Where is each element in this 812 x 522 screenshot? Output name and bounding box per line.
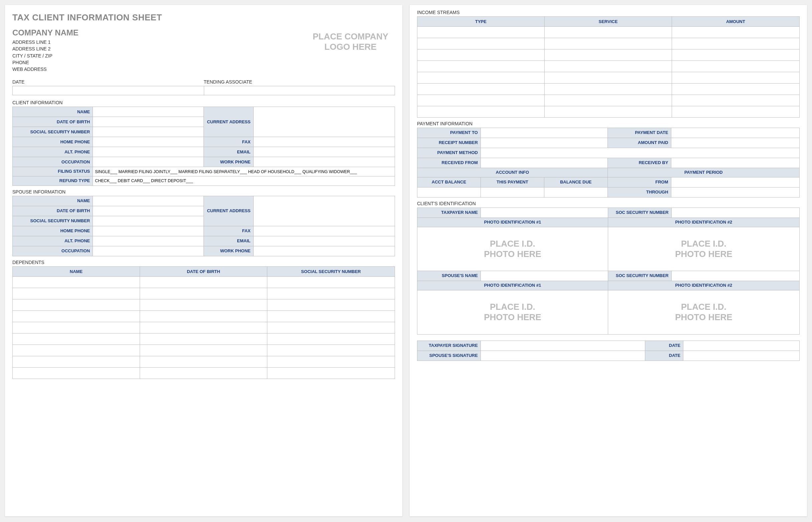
field-received-by[interactable] (671, 158, 799, 168)
field-acct-balance[interactable] (418, 187, 481, 197)
list-item[interactable] (267, 356, 394, 368)
list-item[interactable] (140, 356, 267, 368)
spouse-photo2-placeholder[interactable]: PLACE I.D. PHOTO HERE (608, 290, 799, 334)
field-this-payment[interactable] (481, 187, 544, 197)
list-item[interactable] (672, 95, 799, 106)
list-item[interactable] (418, 38, 545, 49)
list-item[interactable] (140, 277, 267, 288)
list-item[interactable] (13, 334, 140, 345)
field-spouse-name[interactable] (93, 196, 204, 206)
associate-input[interactable] (204, 86, 395, 95)
field-payment-date[interactable] (671, 128, 799, 138)
list-item[interactable] (672, 61, 799, 72)
field-spouse-work-phone[interactable] (253, 246, 394, 256)
list-item[interactable] (418, 49, 545, 61)
table-row (13, 356, 395, 368)
field-taxpayer-ssn[interactable] (671, 207, 799, 218)
list-item[interactable] (672, 49, 799, 61)
list-item[interactable] (13, 311, 140, 322)
list-item[interactable] (544, 106, 672, 118)
list-item[interactable] (13, 356, 140, 368)
field-work-phone[interactable] (253, 157, 394, 167)
field-payment-to[interactable] (481, 128, 608, 138)
field-spouse-ssn[interactable] (93, 216, 204, 226)
field-through[interactable] (671, 187, 799, 197)
list-item[interactable] (267, 322, 394, 334)
list-item[interactable] (267, 345, 394, 356)
list-item[interactable] (267, 334, 394, 345)
list-item[interactable] (13, 368, 140, 379)
list-item[interactable] (672, 38, 799, 49)
list-item[interactable] (140, 311, 267, 322)
field-occupation[interactable] (93, 157, 204, 167)
list-item[interactable] (544, 61, 672, 72)
field-alt-phone[interactable] (93, 147, 204, 157)
list-item[interactable] (267, 368, 394, 379)
list-item[interactable] (672, 27, 799, 38)
field-spouse-address[interactable] (253, 196, 394, 226)
field-received-from[interactable] (481, 158, 608, 168)
list-item[interactable] (267, 299, 394, 311)
field-spouse-home-phone[interactable] (93, 226, 204, 236)
list-item[interactable] (672, 83, 799, 95)
field-amount-paid[interactable] (671, 138, 799, 148)
list-item[interactable] (13, 299, 140, 311)
list-item[interactable] (418, 61, 545, 72)
list-item[interactable] (544, 83, 672, 95)
field-filing-status[interactable]: SINGLE___ MARRIED FILING JOINTLY___ MARR… (93, 167, 395, 177)
list-item[interactable] (140, 299, 267, 311)
field-taxpayer-sign-date[interactable] (683, 341, 800, 350)
field-spouse-occupation[interactable] (93, 246, 204, 256)
field-refund-type[interactable]: CHECK___ DEBIT CARD___ DIRECT DEPOSIT___ (93, 177, 395, 186)
list-item[interactable] (267, 277, 394, 288)
date-input[interactable] (12, 86, 204, 95)
list-item[interactable] (13, 345, 140, 356)
list-item[interactable] (418, 83, 545, 95)
list-item[interactable] (140, 368, 267, 379)
list-item[interactable] (267, 311, 394, 322)
field-balance-due[interactable] (544, 187, 608, 197)
taxpayer-photo1-placeholder[interactable]: PLACE I.D. PHOTO HERE (418, 227, 608, 271)
field-spouse-sign-date[interactable] (683, 350, 800, 361)
field-payment-method[interactable] (481, 148, 799, 158)
field-current-address[interactable] (253, 107, 394, 137)
field-name[interactable] (93, 107, 204, 117)
list-item[interactable] (140, 345, 267, 356)
list-item[interactable] (140, 288, 267, 299)
field-id-spouse-name[interactable] (481, 271, 608, 281)
field-receipt-no[interactable] (481, 138, 608, 148)
list-item[interactable] (140, 322, 267, 334)
list-item[interactable] (418, 27, 545, 38)
list-item[interactable] (672, 106, 799, 118)
list-item[interactable] (544, 95, 672, 106)
list-item[interactable] (544, 27, 672, 38)
list-item[interactable] (544, 72, 672, 83)
field-from[interactable] (671, 177, 799, 187)
spouse-photo1-placeholder[interactable]: PLACE I.D. PHOTO HERE (418, 290, 608, 334)
field-ssn[interactable] (93, 127, 204, 137)
list-item[interactable] (13, 288, 140, 299)
list-item[interactable] (140, 334, 267, 345)
field-spouse-fax[interactable] (253, 226, 394, 236)
field-spouse-dob[interactable] (93, 206, 204, 216)
field-taxpayer-name[interactable] (481, 207, 608, 218)
list-item[interactable] (418, 95, 545, 106)
field-spouse-email[interactable] (253, 236, 394, 246)
list-item[interactable] (267, 288, 394, 299)
field-spouse-alt-phone[interactable] (93, 236, 204, 246)
list-item[interactable] (418, 72, 545, 83)
list-item[interactable] (13, 322, 140, 334)
field-id-spouse-ssn[interactable] (671, 271, 799, 281)
field-taxpayer-signature[interactable] (481, 341, 645, 350)
field-fax[interactable] (253, 137, 394, 147)
list-item[interactable] (672, 72, 799, 83)
field-home-phone[interactable] (93, 137, 204, 147)
field-dob[interactable] (93, 117, 204, 127)
taxpayer-photo2-placeholder[interactable]: PLACE I.D. PHOTO HERE (608, 227, 799, 271)
list-item[interactable] (418, 106, 545, 118)
list-item[interactable] (544, 38, 672, 49)
field-email[interactable] (253, 147, 394, 157)
list-item[interactable] (13, 277, 140, 288)
field-spouse-signature[interactable] (481, 350, 645, 361)
list-item[interactable] (544, 49, 672, 61)
